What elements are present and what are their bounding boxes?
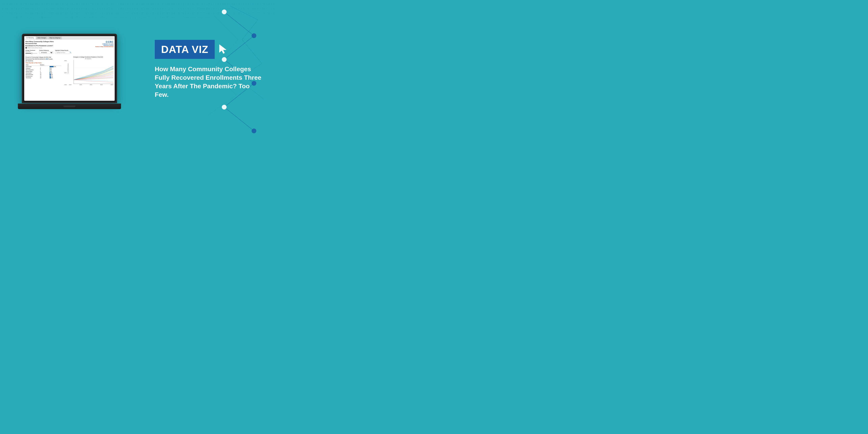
col-pct bbox=[49, 64, 61, 66]
left-panel: Percent of Community Colleges (N=931) th… bbox=[25, 56, 61, 99]
state-name: Massachusetts bbox=[25, 74, 40, 75]
laptop-mockup: CC Recovery State Changes Maps by Subgro… bbox=[18, 34, 121, 109]
controls-row: Change Timeframe Since 2019 ‹› St bbox=[25, 50, 114, 55]
state-name: Rhode Island bbox=[25, 71, 40, 72]
y-axis-labels: 300% 200% 100% bbox=[64, 60, 67, 85]
student-subgroup-label: Student Subgroup bbox=[39, 50, 53, 51]
main-content: Percent of Community Colleges (N=931) th… bbox=[25, 56, 114, 99]
table-row[interactable]: Tennessee 13 8% bbox=[25, 77, 61, 79]
change-timeframe-label: Change Timeframe bbox=[25, 50, 37, 51]
table-row[interactable]: Massachusetts 16 6% bbox=[25, 74, 61, 75]
highlight-label: Highlight College Results bbox=[55, 50, 70, 51]
tab-bar: CC Recovery State Changes Maps by Subgro… bbox=[24, 36, 115, 39]
laptop-screen: CC Recovery State Changes Maps by Subgro… bbox=[24, 36, 115, 101]
highlight-input[interactable] bbox=[56, 52, 70, 54]
table-row[interactable]: Grand Total 27% bbox=[25, 66, 61, 68]
state-name: Grand Total bbox=[25, 66, 40, 68]
state-name: Delaware bbox=[25, 67, 40, 69]
state-name: Washington bbox=[25, 72, 40, 74]
state-name: New Hampshire bbox=[25, 69, 40, 71]
chart-title: Changes in College Enrollment Relative t… bbox=[63, 56, 114, 58]
cursor-icon bbox=[218, 44, 229, 55]
state-count: 3 bbox=[40, 67, 49, 69]
data-viz-text: DATA VIZ bbox=[161, 44, 208, 55]
student-subgroup-control: Student Subgroup All Students bbox=[39, 50, 53, 54]
dash-subtitle: IPEDS Fall Enrollment Survey bbox=[28, 47, 42, 49]
table-row[interactable]: Pennsylvania 14 7% bbox=[25, 75, 61, 77]
chart-area bbox=[73, 60, 114, 84]
dash-main-title: How Many Community Colleges Have Recover… bbox=[25, 41, 61, 47]
state-count: 7 bbox=[40, 69, 49, 71]
table-row[interactable]: Delaware 3 0% bbox=[25, 67, 61, 69]
highlight-control: Highlight College Results 🔍 bbox=[55, 50, 70, 54]
screen-content: CC Recovery State Changes Maps by Subgro… bbox=[24, 36, 115, 101]
state-bar: 0% bbox=[49, 71, 61, 72]
ccrc-logo: CCRC COMMUNITY COLLEGE RESEARCH CENTER T… bbox=[95, 41, 114, 47]
dash-title-area: How Many Community Colleges Have Recover… bbox=[25, 41, 61, 49]
table-row[interactable]: Washington 34 3% bbox=[25, 72, 61, 74]
state-bar: 0% bbox=[49, 67, 61, 69]
main-headline: How Many Community Colleges Fully Recove… bbox=[155, 65, 262, 99]
timeframe-slider[interactable] bbox=[25, 53, 37, 54]
state-bar: 8% bbox=[49, 77, 61, 79]
tab-state-changes[interactable]: State Changes bbox=[36, 36, 48, 39]
panel-title: Percent of Community Colleges (N=931) th… bbox=[25, 56, 61, 62]
dashboard: How Many Community Colleges Have Recover… bbox=[24, 39, 115, 100]
state-count: 16 bbox=[40, 74, 49, 75]
state-name: Tennessee bbox=[25, 77, 40, 79]
data-viz-badge: DATA VIZ bbox=[155, 40, 229, 59]
data-viz-box: DATA VIZ bbox=[155, 40, 215, 59]
laptop-base bbox=[18, 103, 121, 109]
state-bar: 7% bbox=[49, 75, 61, 77]
table-row[interactable]: Rhode Island 1 0% bbox=[25, 71, 61, 72]
laptop-section: CC Recovery State Changes Maps by Subgro… bbox=[0, 0, 139, 139]
change-timeframe-value: Since 2019 bbox=[25, 51, 37, 52]
info-icon[interactable]: i bbox=[25, 47, 27, 49]
state-name: Pennsylvania bbox=[25, 75, 40, 77]
state-bar: 27% bbox=[49, 66, 61, 68]
dash-header: How Many Community Colleges Have Recover… bbox=[25, 41, 114, 49]
state-bar: 3% bbox=[49, 72, 61, 74]
state-count: 13 bbox=[40, 77, 49, 79]
line-chart-svg bbox=[74, 60, 114, 84]
click-hint: *Click State Bar to Filter Charts bbox=[25, 62, 61, 63]
chart-wrapper: 300% 200% 100% Pct of 2019 Enrollment bbox=[69, 60, 114, 85]
table-row[interactable]: New Hampshire 7 0% bbox=[25, 69, 61, 71]
state-table: State Distinct .. Grand Total bbox=[25, 64, 61, 79]
state-count: 1 bbox=[40, 71, 49, 72]
ccrc-acronym: CCRC bbox=[95, 41, 114, 43]
col-state: State bbox=[25, 64, 40, 66]
slider-nav: ‹› bbox=[25, 54, 37, 55]
col-distinct: Distinct .. bbox=[40, 64, 49, 66]
laptop-body: CC Recovery State Changes Maps by Subgro… bbox=[22, 34, 117, 103]
svg-marker-8 bbox=[219, 44, 226, 54]
y-axis-title: Pct of 2019 Enrollment bbox=[67, 63, 69, 73]
state-count: 14 bbox=[40, 75, 49, 77]
tab-cc-recovery[interactable]: CC Recovery bbox=[25, 36, 35, 39]
state-bar: 0% bbox=[49, 69, 61, 71]
right-section: DATA VIZ How Many Community Colleges Ful… bbox=[139, 0, 278, 139]
right-panel: Changes in College Enrollment Relative t… bbox=[63, 56, 114, 99]
student-subgroup-select[interactable]: All Students bbox=[39, 51, 53, 54]
tab-maps-by-subgroup[interactable]: Maps by Subgroup bbox=[48, 36, 62, 39]
chart-subtitle: All Students bbox=[63, 58, 114, 59]
change-timeframe-control: Change Timeframe Since 2019 ‹› bbox=[25, 50, 37, 55]
state-count: 34 bbox=[40, 72, 49, 74]
state-count bbox=[40, 66, 49, 68]
state-bar: 6% bbox=[49, 74, 61, 75]
x-axis-labels: 2019 2020 2021 2022 2023 bbox=[69, 84, 114, 85]
ccrc-affiliation: Teachers College, Columbia University bbox=[95, 46, 114, 47]
ccrc-full-name: COMMUNITY COLLEGE RESEARCH CENTER bbox=[95, 43, 114, 46]
